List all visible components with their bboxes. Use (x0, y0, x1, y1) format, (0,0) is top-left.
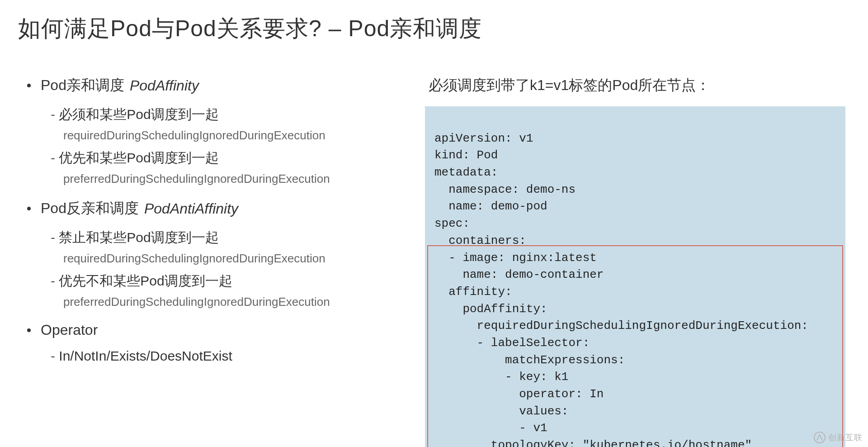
bullet-item-operator: Operator In/NotIn/Exists/DoesNotExist (23, 322, 398, 364)
code-text: apiVersion: v1 kind: Pod metadata: names… (434, 132, 808, 447)
sub-list: In/NotIn/Exists/DoesNotExist (23, 348, 398, 364)
bullet-dot-icon (27, 328, 31, 332)
slide-title: 如何满足Pod与Pod关系要求? – Pod亲和调度 (18, 14, 850, 44)
sub-label: 优先不和某些Pod调度到一起 (63, 272, 398, 290)
sub-item: 必须和某些Pod调度到一起 requiredDuringSchedulingIg… (23, 105, 398, 143)
bullet-dot-icon (27, 207, 31, 210)
bullet-item-anti-affinity: Pod反亲和调度 PodAntiAffinity 禁止和某些Pod调度到一起 r… (23, 199, 398, 309)
sub-list: 必须和某些Pod调度到一起 requiredDuringSchedulingIg… (23, 105, 398, 186)
sub-desc: requiredDuringSchedulingIgnoredDuringExe… (63, 128, 398, 143)
sub-desc: requiredDuringSchedulingIgnoredDuringExe… (63, 252, 398, 266)
sub-item: 优先和某些Pod调度到一起 preferredDuringSchedulingI… (23, 149, 398, 186)
bullet-italic: PodAntiAffinity (144, 200, 238, 217)
sub-item: In/NotIn/Exists/DoesNotExist (23, 348, 398, 364)
sub-item: 优先不和某些Pod调度到一起 preferredDuringScheduling… (23, 272, 398, 309)
sub-label: 优先和某些Pod调度到一起 (63, 149, 398, 167)
sub-item: 禁止和某些Pod调度到一起 requiredDuringSchedulingIg… (23, 228, 398, 266)
bullet-italic: PodAffinity (130, 77, 199, 94)
content-row: Pod亲和调度 PodAffinity 必须和某些Pod调度到一起 requir… (18, 76, 850, 447)
watermark-text: 创新互联 (828, 432, 863, 443)
bullet-label: Operator (41, 322, 98, 338)
yaml-code-block: apiVersion: v1 kind: Pod metadata: names… (425, 106, 845, 447)
bullet-label: Pod亲和调度 (41, 76, 124, 95)
bullet-list: Pod亲和调度 PodAffinity 必须和某些Pod调度到一起 requir… (23, 76, 398, 364)
bullet-dot-icon (27, 84, 31, 87)
sub-list: 禁止和某些Pod调度到一起 requiredDuringSchedulingIg… (23, 228, 398, 309)
right-column: 必须调度到带了k1=v1标签的Pod所在节点： apiVersion: v1 k… (425, 76, 845, 447)
left-column: Pod亲和调度 PodAffinity 必须和某些Pod调度到一起 requir… (23, 76, 398, 447)
sub-desc: preferredDuringSchedulingIgnoredDuringEx… (63, 172, 398, 186)
sub-label: In/NotIn/Exists/DoesNotExist (63, 348, 398, 364)
bullet-label: Pod反亲和调度 (41, 199, 139, 219)
bullet-item-affinity: Pod亲和调度 PodAffinity 必须和某些Pod调度到一起 requir… (23, 76, 398, 186)
watermark-logo-icon (814, 432, 826, 443)
right-subtitle: 必须调度到带了k1=v1标签的Pod所在节点： (429, 76, 845, 95)
slide: 如何满足Pod与Pod关系要求? – Pod亲和调度 Pod亲和调度 PodAf… (0, 0, 868, 447)
sub-label: 必须和某些Pod调度到一起 (63, 105, 398, 124)
watermark: 创新互联 (814, 432, 863, 443)
sub-label: 禁止和某些Pod调度到一起 (63, 228, 398, 247)
sub-desc: preferredDuringSchedulingIgnoredDuringEx… (63, 295, 398, 309)
